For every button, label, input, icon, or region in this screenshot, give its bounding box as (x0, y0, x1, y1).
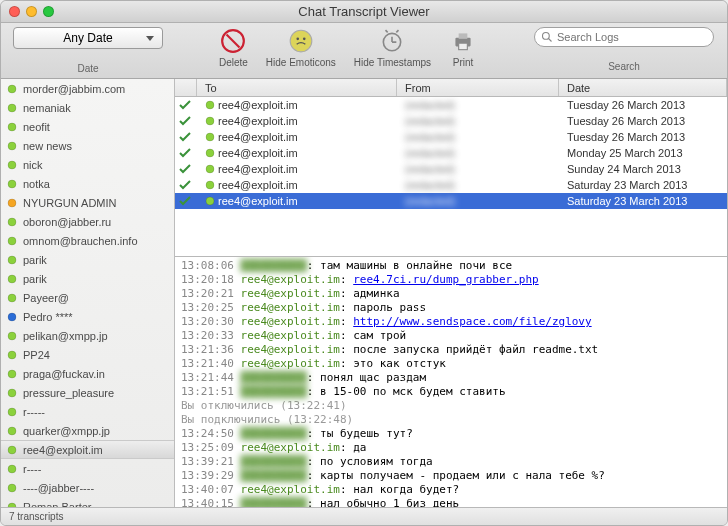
svg-point-2 (290, 30, 312, 52)
transcript-line: 13:39:21 ██████████: по условиям тогда (181, 455, 721, 469)
contact-label: parik (23, 273, 47, 285)
transcript-line: 13:21:36 ree4@exploit.im: после запуска … (181, 343, 721, 357)
search-input[interactable] (557, 31, 707, 43)
conversation-row[interactable]: ree4@exploit.im(redacted)Saturday 23 Mar… (175, 177, 727, 193)
contact-label: ree4@exploit.im (23, 444, 103, 456)
search-field[interactable] (534, 27, 714, 47)
sidebar-contact[interactable]: NYURGUN ADMIN (1, 193, 174, 212)
sidebar-contact[interactable]: pelikan@xmpp.jp (1, 326, 174, 345)
column-marker[interactable] (175, 79, 197, 96)
svg-point-28 (8, 370, 16, 378)
contact-label: quarker@xmpp.jp (23, 425, 110, 437)
transcript-link[interactable]: http://www.sendspace.com/file/zglovy (353, 315, 591, 328)
svg-point-27 (8, 351, 16, 359)
svg-point-42 (206, 149, 214, 157)
row-from: (redacted) (397, 193, 559, 209)
status-bar: 7 transcripts (1, 507, 727, 525)
sidebar-contact[interactable]: oboron@jabber.ru (1, 212, 174, 231)
conversation-row[interactable]: ree4@exploit.im(redacted)Sunday 24 March… (175, 161, 727, 177)
sidebar-contact[interactable]: parik (1, 250, 174, 269)
row-to: ree4@exploit.im (197, 129, 397, 145)
contact-label: nemaniak (23, 102, 71, 114)
svg-point-19 (8, 199, 16, 207)
sidebar-contact[interactable]: omnom@brauchen.info (1, 231, 174, 250)
transcript-line: 13:40:15 ██████████: нал обычно 1 биз де… (181, 497, 721, 507)
transcript-line: 13:21:51 ██████████: в 15-00 по мск буде… (181, 385, 721, 399)
svg-point-17 (8, 161, 16, 169)
sidebar-contact[interactable]: ----@jabber---- (1, 478, 174, 497)
svg-rect-10 (459, 43, 468, 49)
svg-point-14 (8, 104, 16, 112)
transcript-line: 13:20:30 ree4@exploit.im: http://www.sen… (181, 315, 721, 329)
svg-point-24 (8, 294, 16, 302)
hide-emoticons-button[interactable]: Hide Emoticons (266, 27, 336, 68)
svg-point-4 (303, 38, 306, 41)
svg-point-20 (8, 218, 16, 226)
svg-point-25 (8, 313, 16, 321)
transcript-pane[interactable]: 13:08:06 ██████████: там машины в онлайн… (175, 257, 727, 507)
row-to: ree4@exploit.im (197, 97, 397, 113)
conversation-list[interactable]: ree4@exploit.im(redacted)Tuesday 26 Marc… (175, 97, 727, 257)
conversation-row[interactable]: ree4@exploit.im(redacted)Saturday 23 Mar… (175, 193, 727, 209)
zoom-window-button[interactable] (43, 6, 54, 17)
row-date: Monday 25 March 2013 (559, 145, 727, 161)
svg-point-40 (206, 117, 214, 125)
sidebar-contact[interactable]: praga@fuckav.in (1, 364, 174, 383)
conversation-row[interactable]: ree4@exploit.im(redacted)Tuesday 26 Marc… (175, 113, 727, 129)
transcript-line: 13:25:09 ree4@exploit.im: да (181, 441, 721, 455)
transcript-line: 13:08:06 ██████████: там машины в онлайн… (181, 259, 721, 273)
row-from: (redacted) (397, 161, 559, 177)
sidebar-contact[interactable]: morder@jabbim.com (1, 79, 174, 98)
contact-label: nick (23, 159, 43, 171)
sidebar-contact[interactable]: pressure_pleasure (1, 383, 174, 402)
transcript-line: Вы подключились (13:22:48) (181, 413, 721, 427)
date-filter-popup[interactable]: Any Date (13, 27, 163, 49)
hide-timestamps-button[interactable]: Hide Timestamps (354, 27, 431, 68)
window-titlebar: Chat Transcript Viewer (1, 1, 727, 23)
sidebar-contact[interactable]: Pedro **** (1, 307, 174, 326)
contact-label: NYURGUN ADMIN (23, 197, 117, 209)
minimize-window-button[interactable] (26, 6, 37, 17)
transcript-line: 13:20:25 ree4@exploit.im: пароль pass (181, 301, 721, 315)
delete-button[interactable]: Delete (219, 27, 248, 68)
svg-point-26 (8, 332, 16, 340)
print-button[interactable]: Print (449, 27, 477, 68)
sidebar-contact[interactable]: quarker@xmpp.jp (1, 421, 174, 440)
contact-label: Roman Barter (23, 501, 91, 508)
sidebar-contact[interactable]: r---- (1, 459, 174, 478)
svg-point-32 (8, 446, 16, 454)
transcript-link[interactable]: ree4.7ci.ru/dump_grabber.php (353, 273, 538, 286)
conversation-row[interactable]: ree4@exploit.im(redacted)Tuesday 26 Marc… (175, 129, 727, 145)
column-from[interactable]: From (397, 79, 559, 96)
sidebar-contact[interactable]: nemaniak (1, 98, 174, 117)
contact-label: PP24 (23, 349, 50, 361)
sidebar-contact[interactable]: Payeer@ (1, 288, 174, 307)
row-date: Tuesday 26 March 2013 (559, 129, 727, 145)
row-mark-icon (175, 129, 197, 145)
sidebar-contact[interactable]: new news (1, 136, 174, 155)
sidebar-contact[interactable]: neofit (1, 117, 174, 136)
sidebar-contact[interactable]: Roman Barter (1, 497, 174, 507)
row-to: ree4@exploit.im (197, 193, 397, 209)
sidebar-contact[interactable]: parik (1, 269, 174, 288)
column-to[interactable]: To (197, 79, 397, 96)
svg-point-31 (8, 427, 16, 435)
sidebar-contact[interactable]: ree4@exploit.im (1, 440, 174, 459)
sidebar-contact[interactable]: PP24 (1, 345, 174, 364)
conversation-columns: To From Date (175, 79, 727, 97)
sidebar-contact[interactable]: notka (1, 174, 174, 193)
conversation-row[interactable]: ree4@exploit.im(redacted)Tuesday 26 Marc… (175, 97, 727, 113)
svg-point-15 (8, 123, 16, 131)
contacts-sidebar[interactable]: morder@jabbim.comnemaniakneofitnew newsn… (1, 79, 175, 507)
transcript-line: 13:20:33 ree4@exploit.im: сам трой (181, 329, 721, 343)
svg-point-35 (8, 503, 16, 508)
column-date[interactable]: Date (559, 79, 727, 96)
sidebar-contact[interactable]: nick (1, 155, 174, 174)
svg-point-34 (8, 484, 16, 492)
sidebar-contact[interactable]: r----- (1, 402, 174, 421)
svg-point-33 (8, 465, 16, 473)
conversation-row[interactable]: ree4@exploit.im(redacted)Monday 25 March… (175, 145, 727, 161)
row-date: Tuesday 26 March 2013 (559, 113, 727, 129)
close-window-button[interactable] (9, 6, 20, 17)
contact-label: ----@jabber---- (23, 482, 94, 494)
